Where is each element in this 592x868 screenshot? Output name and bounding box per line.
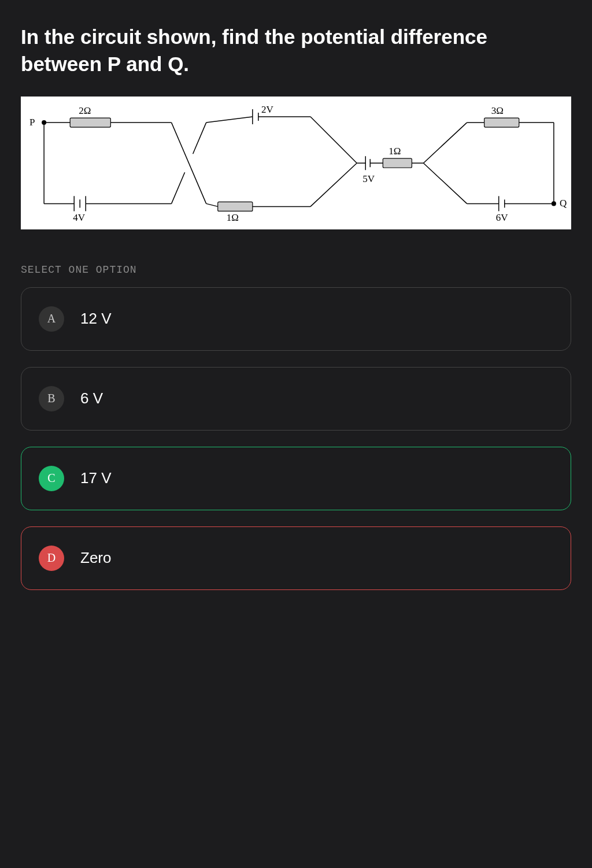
node-p-label: P xyxy=(29,117,35,128)
svg-line-27 xyxy=(423,123,467,163)
label-r-1ohm-b: 1Ω xyxy=(227,212,239,223)
option-letter: D xyxy=(39,546,64,571)
option-letter: C xyxy=(39,466,64,491)
svg-line-20 xyxy=(310,163,357,206)
label-r-2ohm: 2Ω xyxy=(79,105,91,116)
label-v-6v: 6V xyxy=(496,212,509,223)
svg-line-32 xyxy=(423,163,467,203)
option-text: 17 V xyxy=(80,469,112,487)
label-v-5v: 5V xyxy=(362,173,375,184)
label-r-3ohm: 3Ω xyxy=(491,105,504,116)
svg-rect-25 xyxy=(383,158,412,168)
option-text: 6 V xyxy=(80,390,103,407)
option-a[interactable]: A12 V xyxy=(21,287,571,351)
svg-rect-18 xyxy=(218,202,253,211)
label-v-4v: 4V xyxy=(73,212,86,223)
svg-line-12 xyxy=(206,117,253,123)
option-letter: B xyxy=(39,386,64,411)
option-letter: A xyxy=(39,306,64,332)
option-text: Zero xyxy=(80,549,111,567)
label-v-2v: 2V xyxy=(261,104,274,115)
label-r-1ohm-a: 1Ω xyxy=(388,146,401,157)
option-text: 12 V xyxy=(80,310,112,328)
svg-line-17 xyxy=(206,203,218,206)
node-q-label: Q xyxy=(560,198,567,209)
svg-rect-3 xyxy=(70,118,110,127)
svg-line-16 xyxy=(310,117,357,163)
option-d[interactable]: DZero xyxy=(21,526,571,590)
circuit-diagram: .wire { stroke:#000; stroke-width:1.5; f… xyxy=(21,97,571,229)
svg-rect-29 xyxy=(484,118,519,127)
option-c[interactable]: C17 V xyxy=(21,447,571,510)
option-b[interactable]: B6 V xyxy=(21,367,571,431)
section-label: SELECT ONE OPTION xyxy=(21,264,571,276)
question-title: In the circuit shown, find the potential… xyxy=(21,23,571,78)
